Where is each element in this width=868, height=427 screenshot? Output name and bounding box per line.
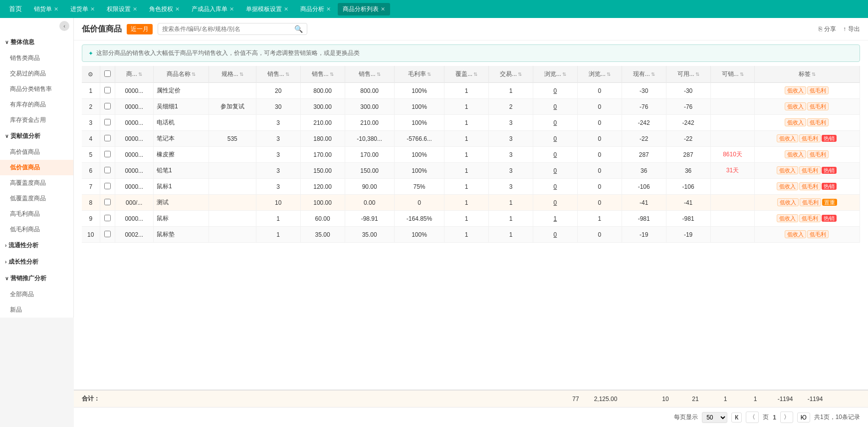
row-checkbox[interactable] [104, 183, 111, 189]
sidebar-item-high-margin[interactable]: 高毛利商品 [0, 206, 73, 222]
row-checkbox-cell[interactable] [100, 163, 115, 179]
row-browse1[interactable]: 0 [533, 179, 578, 195]
row-checkbox[interactable] [104, 119, 111, 125]
sale-qty-column-header[interactable]: 销售...⇅ [256, 66, 300, 83]
sidebar-section-growth[interactable]: › 成长性分析 [0, 254, 73, 270]
row-checkbox-cell[interactable] [100, 227, 115, 243]
close-icon[interactable]: ✕ [54, 6, 58, 12]
sidebar-item-sales-products[interactable]: 销售类商品 [0, 50, 73, 66]
row-browse1[interactable]: 0 [533, 83, 578, 99]
row-checkbox-cell[interactable] [100, 195, 115, 211]
transaction-column-header[interactable]: 交易...⇅ [489, 66, 533, 83]
select-all-checkbox[interactable] [104, 70, 111, 77]
browse1-column-header[interactable]: 浏览...⇅ [533, 66, 578, 83]
per-page-select[interactable]: 50 100 200 [702, 412, 727, 423]
row-browse1[interactable]: 0 [533, 163, 578, 179]
search-icon[interactable]: 🔍 [294, 25, 303, 33]
close-icon[interactable]: ✕ [175, 6, 180, 12]
row-browse1[interactable]: 1 [533, 211, 578, 227]
prev-page-button[interactable]: 〈 [746, 412, 759, 423]
browse1-value[interactable]: 0 [554, 151, 557, 158]
row-browse1[interactable]: 0 [533, 147, 578, 163]
browse1-value[interactable]: 0 [554, 231, 557, 238]
row-checkbox[interactable] [104, 199, 111, 205]
close-icon[interactable]: ✕ [229, 6, 234, 12]
sidebar-section-contribution[interactable]: ∨ 贡献值分析 [0, 128, 73, 144]
tags-column-header[interactable]: 标签⇅ [755, 66, 860, 83]
browse1-value[interactable]: 0 [554, 183, 557, 190]
available-column-header[interactable]: 可用...⇅ [666, 66, 710, 83]
nav-purchase-order[interactable]: 进货单 ✕ [65, 3, 100, 15]
last-page-button[interactable]: Ю [797, 413, 810, 423]
row-checkbox[interactable] [104, 215, 111, 221]
export-button[interactable]: ↑ 导出 [843, 25, 860, 33]
row-browse1[interactable]: 0 [533, 227, 578, 243]
sidebar-item-stocked-products[interactable]: 有库存的商品 [0, 97, 73, 112]
nav-role-auth[interactable]: 角色授权 ✕ [144, 3, 185, 15]
first-page-button[interactable]: К [731, 413, 742, 423]
nav-product-analysis-list[interactable]: 商品分析列表 ✕ [338, 3, 390, 15]
browse1-value[interactable]: 0 [554, 87, 557, 94]
sidebar-section-overall[interactable]: ∨ 整体信息 [0, 34, 73, 50]
row-checkbox-cell[interactable] [100, 179, 115, 195]
sidebar-section-circulation[interactable]: › 流通性分析 [0, 237, 73, 254]
row-checkbox[interactable] [104, 103, 111, 109]
spec-column-header[interactable]: 规格...⇅ [209, 66, 256, 83]
margin-column-header[interactable]: 毛利率⇅ [394, 66, 444, 83]
row-checkbox[interactable] [104, 151, 111, 157]
browse1-value[interactable]: 0 [554, 119, 557, 126]
row-checkbox-cell[interactable] [100, 99, 115, 115]
sidebar-item-stock-capital[interactable]: 库存资金占用 [0, 112, 73, 128]
share-button[interactable]: ⎘ 分享 [819, 25, 836, 33]
row-checkbox-cell[interactable] [100, 83, 115, 99]
checkbox-column-header[interactable] [100, 66, 115, 83]
row-checkbox-cell[interactable] [100, 211, 115, 227]
sale-price-column-header[interactable]: 销售...⇅ [300, 66, 345, 83]
sidebar-item-low-margin[interactable]: 低毛利商品 [0, 222, 73, 237]
row-browse1[interactable]: 0 [533, 99, 578, 115]
close-icon[interactable]: ✕ [381, 6, 385, 12]
nav-product-analysis[interactable]: 商品分析 ✕ [295, 3, 336, 15]
row-checkbox-cell[interactable] [100, 147, 115, 163]
gear-column-header[interactable]: ⚙ [82, 66, 100, 83]
nav-sales-order[interactable]: 销货单 ✕ [29, 3, 63, 15]
nav-home[interactable]: 首页 [4, 2, 27, 15]
sale-amount-column-header[interactable]: 销售...⇅ [345, 66, 394, 83]
browse1-value[interactable]: 0 [554, 199, 557, 206]
close-icon[interactable]: ✕ [326, 6, 331, 12]
sidebar-item-traded-products[interactable]: 交易过的商品 [0, 66, 73, 81]
sidebar-item-category-sales-rate[interactable]: 商品分类销售率 [0, 81, 73, 97]
salable-column-header[interactable]: 可销...⇅ [710, 66, 755, 83]
browse1-value[interactable]: 1 [554, 215, 557, 222]
row-browse1[interactable]: 0 [533, 195, 578, 211]
close-icon[interactable]: ✕ [133, 6, 137, 12]
nav-permission-settings[interactable]: 权限设置 ✕ [102, 3, 142, 15]
nav-template-settings[interactable]: 单据模板设置 ✕ [241, 3, 293, 15]
period-tag-button[interactable]: 近一月 [127, 24, 153, 34]
sidebar-item-low-value[interactable]: 低价值商品 [0, 160, 73, 175]
row-browse1[interactable]: 0 [533, 115, 578, 131]
browse1-value[interactable]: 0 [554, 135, 557, 142]
current-stock-column-header[interactable]: 现有...⇅ [622, 66, 666, 83]
row-checkbox[interactable] [104, 87, 111, 93]
sidebar-item-high-value[interactable]: 高价值商品 [0, 144, 73, 160]
browse1-value[interactable]: 0 [554, 167, 557, 174]
row-checkbox[interactable] [104, 231, 111, 237]
row-checkbox[interactable] [104, 135, 111, 141]
row-checkbox-cell[interactable] [100, 115, 115, 131]
sidebar-item-new-products[interactable]: 新品 [0, 302, 73, 318]
code-column-header[interactable]: 商...⇅ [115, 66, 153, 83]
row-browse1[interactable]: 0 [533, 131, 578, 147]
next-page-button[interactable]: 〉 [780, 412, 793, 423]
row-checkbox[interactable] [104, 167, 111, 173]
close-icon[interactable]: ✕ [284, 6, 288, 12]
sidebar-item-low-coverage[interactable]: 低覆盖度商品 [0, 191, 73, 206]
row-checkbox-cell[interactable] [100, 131, 115, 147]
close-icon[interactable]: ✕ [90, 6, 95, 12]
nav-stock-in[interactable]: 产成品入库单 ✕ [187, 3, 239, 15]
sidebar-item-high-coverage[interactable]: 高覆盖度商品 [0, 175, 73, 191]
sidebar-section-marketing[interactable]: ∨ 营销推广分析 [0, 270, 73, 287]
browse2-column-header[interactable]: 浏览...⇅ [577, 66, 622, 83]
search-input[interactable] [162, 25, 291, 32]
sidebar-collapse-btn[interactable]: ‹ [59, 21, 69, 31]
